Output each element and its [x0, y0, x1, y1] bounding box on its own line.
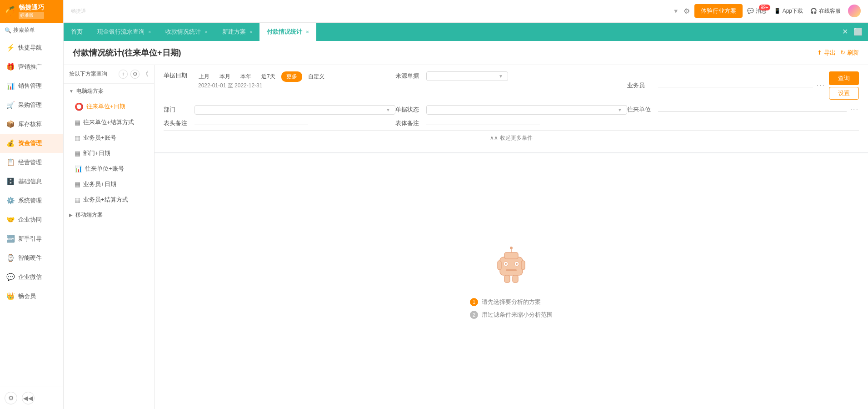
trial-btn[interactable]: 体验行业方案 [694, 4, 743, 18]
sidebar-item-weixin[interactable]: 💬 企业微信 [0, 268, 63, 287]
sidebar-item-vip[interactable]: 👑 畅会员 [0, 287, 63, 306]
basics-icon: 🗄️ [6, 177, 15, 186]
partner-input[interactable] [658, 108, 847, 112]
sidebar-item-sales[interactable]: 📊 销售管理 [0, 76, 63, 96]
tip-1: 1 请先选择要分析的方案 [470, 298, 553, 306]
scheme-item-salesman-date[interactable]: ▦ 业务员+日期 [64, 177, 154, 192]
date-options: 上月 本月 本年 近7天 更多 自定义 [195, 71, 329, 82]
sidebar-item-quick-nav[interactable]: ⚡ 快捷导航 [0, 38, 63, 57]
scheme-item-salesman-account[interactable]: ▦ 业务员+账号 [64, 130, 154, 146]
mobile-arrow-icon: ▶ [69, 212, 73, 217]
empty-state: 1 请先选择要分析的方案 2 用过滤条件来缩小分析范围 [155, 153, 868, 409]
mobile-scheme-group: ▶ 移动端方案 [64, 207, 154, 222]
sidebar-item-purchase[interactable]: 🛒 采购管理 [0, 96, 63, 115]
tab-payment-close[interactable]: × [306, 29, 309, 35]
collapse-panel-btn[interactable]: 《 [142, 70, 149, 78]
source-select[interactable]: ▼ [426, 71, 508, 81]
dropdown-arrow-icon[interactable]: ▼ [673, 8, 679, 15]
settings-gear-btn[interactable]: ⚙ [5, 392, 17, 404]
left-panel: 按以下方案查询 + ⚙ 《 ▼ 电脑端方案 ⭕ 往来单位+日期 ▦ [64, 65, 155, 409]
sidebar-item-inventory[interactable]: 📦 库存核算 [0, 115, 63, 134]
main-layout: 按以下方案查询 + ⚙ 《 ▼ 电脑端方案 ⭕ 往来单位+日期 ▦ [64, 65, 868, 409]
last-7-days-btn[interactable]: 近7天 [257, 71, 279, 82]
export-btn[interactable]: ⬆ 导出 [817, 49, 836, 57]
tab-cash-flow[interactable]: 现金银行流水查询 × [90, 23, 158, 41]
desktop-scheme-header[interactable]: ▼ 电脑端方案 [64, 84, 154, 99]
scheme-item-partner-date[interactable]: ⭕ 往来单位+日期 [64, 99, 154, 115]
sidebar-item-finance[interactable]: 💰 资金管理 [0, 134, 63, 153]
svg-point-12 [510, 247, 513, 249]
tab-receipt-stat[interactable]: 收款情况统计 × [158, 23, 215, 41]
tab-payment-stat[interactable]: 付款情况统计 × [259, 23, 316, 41]
sidebar-item-hardware[interactable]: ⌚ 智能硬件 [0, 248, 63, 268]
sidebar-item-marketing[interactable]: 🎁 营销推广 [0, 57, 63, 76]
quick-nav-icon: ⚡ [6, 44, 15, 52]
app-download-btn[interactable]: 📱 App下载 [774, 7, 803, 15]
partner-dots-btn[interactable]: ··· [850, 106, 859, 114]
desktop-scheme-group: ▼ 电脑端方案 ⭕ 往来单位+日期 ▦ 往来单位+结算方式 ▦ 业务员+账号 ▦ [64, 84, 154, 207]
sidebar-bottom: ⚙ ◀◀ [0, 387, 63, 409]
dept-select[interactable]: ▼ [195, 105, 395, 115]
tab-new-scheme[interactable]: 新建方案 × [215, 23, 259, 41]
tab-cash-flow-close[interactable]: × [148, 29, 151, 35]
message-btn[interactable]: 💬 消息 99+ [747, 7, 767, 15]
header-right: 💬 消息 99+ 📱 App下载 🎧 在线客服 [747, 5, 861, 17]
sidebar-item-basics[interactable]: 🗄️ 基础信息 [0, 172, 63, 191]
sidebar-item-system[interactable]: ⚙️ 系统管理 [0, 191, 63, 210]
tip-num-2: 2 [470, 311, 478, 319]
doc-status-cell: 单据状态 ▼ [395, 105, 627, 115]
scheme-icon-6: ▦ [75, 196, 80, 203]
search-menu[interactable]: 🔍 搜索菜单 [0, 23, 63, 38]
mobile-scheme-header[interactable]: ▶ 移动端方案 [64, 207, 154, 222]
this-year-btn[interactable]: 本年 [236, 71, 255, 82]
left-panel-header: 按以下方案查询 + ⚙ 《 [64, 65, 154, 84]
settings-btn[interactable]: 设置 [829, 87, 859, 100]
svg-rect-6 [506, 269, 517, 271]
manage-scheme-btn[interactable]: ⚙ [130, 70, 140, 79]
add-scheme-btn[interactable]: + [119, 70, 128, 79]
close-all-tabs-btn[interactable]: ✕ [840, 25, 850, 38]
doc-status-arrow: ▼ [618, 107, 622, 112]
sidebar-item-guide[interactable]: 🆕 新手引导 [0, 229, 63, 248]
online-service-btn[interactable]: 🎧 在线客服 [810, 7, 841, 15]
collapse-filters-btn[interactable]: ∧∧ 收起更多条件 [164, 130, 859, 146]
vip-icon: 👑 [6, 292, 15, 300]
scheme-icon-2: ▦ [75, 134, 80, 141]
system-icon: ⚙️ [6, 197, 15, 205]
salesman-dots-btn[interactable]: ··· [817, 81, 825, 90]
doc-status-select[interactable]: ▼ [426, 105, 627, 115]
sidebar-item-operations[interactable]: 📋 经营管理 [0, 153, 63, 172]
scheme-item-dept-date[interactable]: ▦ 部门+日期 [64, 146, 154, 161]
sidebar-logo: 🍊 畅捷通巧 标准版 [0, 0, 63, 23]
custom-date-btn[interactable]: 自定义 [304, 71, 329, 82]
svg-rect-1 [504, 252, 518, 259]
tab-new-scheme-close[interactable]: × [249, 29, 252, 35]
scheme-item-partner-settlement[interactable]: ▦ 往来单位+结算方式 [64, 115, 154, 130]
header-note-cell: 表头备注 [164, 119, 395, 127]
more-dates-btn[interactable]: 更多 [281, 71, 302, 82]
tab-receipt-close[interactable]: × [205, 29, 207, 35]
gear-settings-icon[interactable]: ⚙ [683, 7, 690, 15]
scheme-item-partner-account[interactable]: 📊 往来单位+账号 [64, 161, 154, 177]
empty-robot-icon [489, 243, 534, 289]
avatar[interactable] [848, 5, 861, 17]
dept-label: 部门 [164, 106, 191, 114]
salesman-input[interactable] [658, 83, 813, 87]
tab-home[interactable]: 首页 [64, 23, 90, 41]
main-content: 畅捷通 ▼ ⚙ 体验行业方案 💬 消息 99+ 📱 App下载 🎧 在线客服 首… [64, 0, 868, 409]
header-note-input[interactable] [195, 121, 308, 125]
guide-icon: 🆕 [6, 235, 15, 243]
refresh-btn[interactable]: ↻ 刷新 [840, 49, 859, 57]
body-note-input[interactable] [426, 121, 540, 125]
last-month-btn[interactable]: 上月 [195, 71, 214, 82]
query-btn[interactable]: 查询 [829, 71, 859, 85]
scheme-item-salesman-settlement[interactable]: ▦ 业务员+结算方式 [64, 192, 154, 207]
maximize-btn[interactable]: ⬜ [852, 25, 864, 38]
partner-filter-cell: 往来单位 ··· [627, 106, 859, 114]
this-month-btn[interactable]: 本月 [215, 71, 234, 82]
operations-icon: 📋 [6, 158, 15, 167]
sidebar-item-enterprise[interactable]: 🤝 企业协同 [0, 210, 63, 229]
collapse-sidebar-btn[interactable]: ◀◀ [22, 392, 35, 404]
app-sub: 标准版 [19, 12, 44, 19]
salesman-filter-cell: 业务员 ··· 查询 设置 [627, 71, 859, 100]
